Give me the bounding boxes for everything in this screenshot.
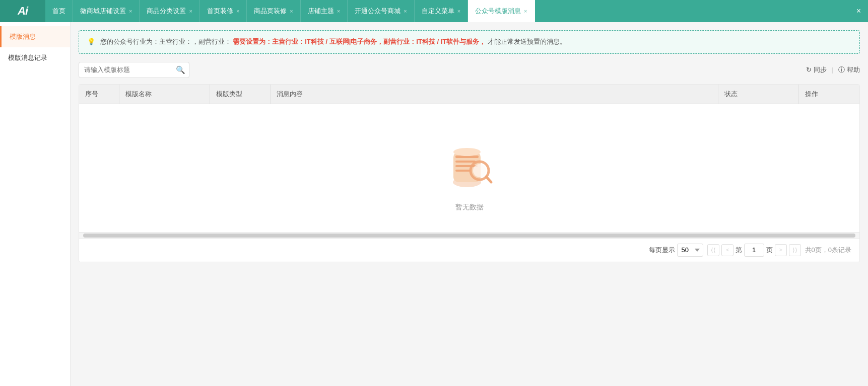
page-input[interactable] <box>744 244 764 257</box>
tab-close-icon[interactable]: × <box>236 8 239 14</box>
notice-icon: 💡 <box>87 38 95 45</box>
page-size-label: 每页显示 <box>649 246 675 255</box>
svg-point-8 <box>473 164 486 177</box>
page-nav: ⟨⟨ ＜ 第 页 ＞ ⟩⟩ <box>707 244 801 257</box>
tab-close-icon[interactable]: × <box>337 8 340 14</box>
page-di-label: 第 <box>736 246 742 255</box>
pagination: 每页显示 102050100 ⟨⟨ ＜ 第 页 ＞ ⟩⟩ 共0页，0条记录 <box>79 238 859 262</box>
tab-close-icon[interactable]: × <box>189 8 192 14</box>
notice-highlight: 需要设置为：主营行业：IT科技 / 互联网|电子商务，副营行业：IT科技 / I… <box>233 38 486 45</box>
sidebar: 模版消息模版消息记录 <box>0 22 71 386</box>
scrollbar-inner <box>83 234 855 238</box>
help-button[interactable]: ⓘ 帮助 <box>838 65 860 74</box>
tab-item[interactable]: 公众号模版消息× <box>468 0 535 22</box>
brand-logo: Ai <box>0 0 45 22</box>
table-column-header: 模版类型 <box>210 85 271 104</box>
tab-close-icon[interactable]: × <box>524 8 527 14</box>
notice-box: 💡 您的公众号行业为：主营行业：，副营行业： 需要设置为：主营行业：IT科技 /… <box>79 30 860 54</box>
svg-point-6 <box>453 148 481 156</box>
search-input-wrap: 🔍 <box>79 62 189 78</box>
sidebar-item[interactable]: 模版消息记录 <box>0 47 70 68</box>
next-page-button[interactable]: ＞ <box>775 244 787 256</box>
table-wrap: 序号模版名称模版类型消息内容状态操作 <box>79 84 860 262</box>
first-page-button[interactable]: ⟨⟨ <box>707 244 719 256</box>
svg-rect-5 <box>455 170 471 172</box>
tab-item[interactable]: 自定义菜单× <box>415 0 468 22</box>
notice-suffix: 才能正常发送预置的消息。 <box>488 38 566 45</box>
table-column-header: 模版名称 <box>119 85 210 104</box>
help-icon: ⓘ <box>838 65 845 74</box>
sync-button[interactable]: ↻ 同步 <box>806 65 827 74</box>
page-size-dropdown[interactable]: 102050100 <box>677 244 703 257</box>
prev-page-button[interactable]: ＜ <box>721 244 733 256</box>
main-layout: 模版消息模版消息记录 💡 您的公众号行业为：主营行业：，副营行业： 需要设置为：… <box>0 22 868 386</box>
page-label: 页 <box>766 246 773 255</box>
tab-item[interactable]: 商品页装修× <box>247 0 300 22</box>
tab-item[interactable]: 首页 <box>45 0 73 22</box>
tab-item[interactable]: 开通公众号商城× <box>348 0 414 22</box>
svg-rect-4 <box>455 165 478 167</box>
search-actions: ↻ 同步 | ⓘ 帮助 <box>806 65 860 74</box>
empty-illustration <box>439 134 500 195</box>
top-nav: Ai 首页微商城店铺设置×商品分类设置×首页装修×商品页装修×店铺主题×开通公众… <box>0 0 868 22</box>
close-all-button[interactable]: × <box>849 0 868 22</box>
sync-icon: ↻ <box>806 66 812 73</box>
table-column-header: 操作 <box>799 85 859 104</box>
tab-close-icon[interactable]: × <box>457 8 460 14</box>
help-label: 帮助 <box>847 65 860 74</box>
tab-item[interactable]: 首页装修× <box>200 0 247 22</box>
table-column-header: 序号 <box>79 85 119 104</box>
empty-text: 暂无数据 <box>455 203 484 212</box>
table-column-header: 消息内容 <box>271 85 718 104</box>
sync-label: 同步 <box>814 65 827 74</box>
search-bar: 🔍 ↻ 同步 | ⓘ 帮助 <box>79 62 860 78</box>
notice-prefix: 您的公众号行业为：主营行业：，副营行业： <box>100 38 231 45</box>
svg-line-9 <box>486 177 491 182</box>
table-column-header: 状态 <box>718 85 799 104</box>
tab-item[interactable]: 店铺主题× <box>301 0 348 22</box>
table-header: 序号模版名称模版类型消息内容状态操作 <box>79 85 859 104</box>
search-icon[interactable]: 🔍 <box>176 65 185 74</box>
last-page-button[interactable]: ⟩⟩ <box>789 244 801 256</box>
svg-rect-3 <box>455 161 476 163</box>
sidebar-item[interactable]: 模版消息 <box>0 26 70 47</box>
tab-item[interactable]: 微商城店铺设置× <box>73 0 140 22</box>
empty-state: 暂无数据 <box>79 104 859 232</box>
divider: | <box>832 66 833 73</box>
tab-close-icon[interactable]: × <box>290 8 293 14</box>
scrollbar-row[interactable] <box>79 232 859 238</box>
search-input[interactable] <box>79 62 189 78</box>
tab-close-icon[interactable]: × <box>404 8 407 14</box>
total-info: 共0页，0条记录 <box>805 246 851 255</box>
nav-tabs: 首页微商城店铺设置×商品分类设置×首页装修×商品页装修×店铺主题×开通公众号商城… <box>45 0 849 22</box>
tab-close-icon[interactable]: × <box>129 8 132 14</box>
page-size-select: 每页显示 102050100 <box>649 244 703 257</box>
tab-item[interactable]: 商品分类设置× <box>140 0 199 22</box>
content-area: 💡 您的公众号行业为：主营行业：，副营行业： 需要设置为：主营行业：IT科技 /… <box>71 22 868 386</box>
